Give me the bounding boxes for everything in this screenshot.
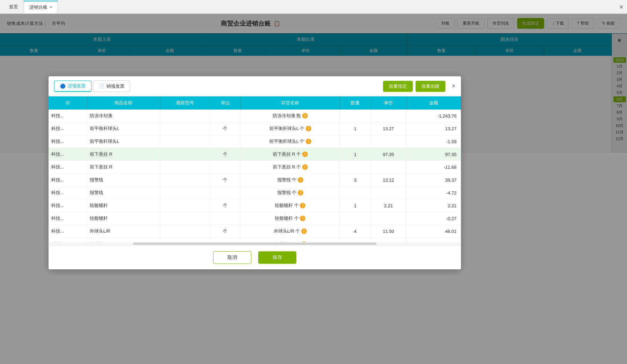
table-cell: 39.37 (406, 174, 461, 187)
table-row: 科技...防冻冷却液防冻冷却液 瓶 !-1,243.76 (49, 110, 461, 122)
table-cell: 报警线 (87, 187, 160, 199)
table-cell: 前下悬挂 R (87, 161, 160, 174)
table-cell: 防冻冷却液 瓶 ! (241, 110, 340, 122)
tab-active-label: 进销台账 (29, 4, 47, 10)
table-row: 科技...轮毂螺杆轮毂螺杆 个 !-0.27 (49, 212, 461, 225)
table-cell (210, 161, 241, 174)
window-close-icon[interactable]: ✕ (619, 3, 624, 10)
dialog-table-header-row: 你 商品名称 规格型号 单位 存货名称 数量 单价 金额 (49, 96, 461, 110)
table-cell: 个 (210, 174, 241, 187)
table-cell (371, 135, 406, 148)
table-cell (371, 161, 406, 174)
col-header-qty: 数量 (340, 96, 371, 110)
col-header-vendor: 你 (49, 96, 87, 110)
warning-icon: ! (301, 228, 307, 234)
table-cell (210, 110, 241, 122)
table-cell (210, 135, 241, 148)
tab-bar: 首页 进销台账 × ✕ (0, 0, 627, 14)
table-cell: 科技... (49, 110, 87, 122)
table-row: 科技...轮毂螺杆个轮毂螺杆 个 !12.212.21 (49, 199, 461, 212)
dialog-close-icon[interactable]: × (452, 83, 455, 90)
incoming-icon: 🔵 (60, 84, 66, 89)
table-cell (160, 225, 210, 238)
dialog-table-container[interactable]: 你 商品名称 规格型号 单位 存货名称 数量 单价 金额 科技...防冻冷却液防… (49, 96, 461, 245)
table-cell: 科技... (49, 122, 87, 135)
table-cell: 个 (210, 199, 241, 212)
table-cell: 13.27 (371, 122, 406, 135)
table-cell (160, 161, 210, 174)
table-cell: 轮毂螺杆 (87, 199, 160, 212)
table-cell: 个 (210, 122, 241, 135)
table-cell: 轮毂螺杆 个 ! (241, 199, 340, 212)
table-row: 科技...报警线报警线 个 !-4.72 (49, 187, 461, 199)
table-cell: 轮毂螺杆 个 ! (241, 212, 340, 225)
dialog-table-body: 科技...防冻冷却液防冻冷却液 瓶 !-1,243.76科技...前平衡杆球头L… (49, 110, 461, 245)
table-row: 科技...前下悬挂 R个前下悬挂 R 个 !197.3597.35 (49, 148, 461, 161)
warning-icon: ! (298, 190, 303, 196)
main-area: 销售成本计算方法： 月平均 商贸企业进销台账 📋 对账 重新开账 存货别名 生成… (0, 14, 627, 364)
dialog-tabs: 🔵 进项发票 📄 销项发票 (54, 80, 130, 92)
table-cell: 前平衡杆球头L 个 ! (241, 135, 340, 148)
table-cell: 外球头L/R (87, 225, 160, 238)
table-cell (160, 187, 210, 199)
col-header-amount: 金额 (406, 96, 461, 110)
table-cell: 科技... (49, 161, 87, 174)
table-cell: 11.50 (371, 225, 406, 238)
table-cell: 前平衡杆球头L (87, 122, 160, 135)
table-row: 科技...前下悬挂 R前下悬挂 R 个 !-11.68 (49, 161, 461, 174)
table-cell: 前下悬挂 R 个 ! (241, 161, 340, 174)
table-cell: -0.27 (406, 212, 461, 225)
batch-assign-button[interactable]: 批量指定 (383, 81, 413, 92)
table-cell: 科技... (49, 212, 87, 225)
tab-active[interactable]: 进销台账 × (24, 1, 58, 13)
table-cell: 科技... (49, 148, 87, 161)
dialog-header-actions: 批量指定 批量创建 × (383, 81, 455, 92)
table-cell (340, 187, 371, 199)
table-cell: 报警线 个 ! (241, 174, 340, 187)
tab-close-icon[interactable]: × (50, 5, 52, 10)
warning-icon: ! (302, 164, 308, 170)
table-cell: -1.59 (406, 135, 461, 148)
cancel-button[interactable]: 取消 (213, 251, 251, 264)
table-row: 科技...外球头L/R个外球头L/R 个 !411.5046.01 (49, 225, 461, 238)
table-cell (371, 110, 406, 122)
warning-icon: ! (306, 139, 311, 144)
table-cell: 前下悬挂 R (87, 148, 160, 161)
table-cell: -11.68 (406, 161, 461, 174)
table-cell: 2.21 (371, 199, 406, 212)
dialog-footer: 取消 保存 (49, 245, 461, 269)
save-button[interactable]: 保存 (258, 251, 296, 264)
table-cell: 前平衡杆球头L (87, 135, 160, 148)
dialog-table-head: 你 商品名称 规格型号 单位 存货名称 数量 单价 金额 (49, 96, 461, 110)
table-cell: 13.27 (406, 122, 461, 135)
outgoing-icon: 📄 (99, 84, 104, 89)
table-cell (160, 174, 210, 187)
table-cell: 1 (340, 199, 371, 212)
batch-create-button[interactable]: 批量创建 (416, 81, 445, 92)
table-cell (340, 161, 371, 174)
table-cell (160, 110, 210, 122)
table-cell: 1 (340, 122, 371, 135)
warning-icon: ! (302, 151, 308, 157)
tab-home[interactable]: 首页 (3, 1, 24, 13)
table-cell: 报警线 个 ! (241, 187, 340, 199)
table-cell (340, 110, 371, 122)
table-cell: 前下悬挂 R 个 ! (241, 148, 340, 161)
table-cell (210, 212, 241, 225)
col-header-product-name: 商品名称 (87, 96, 160, 110)
table-cell: 科技... (49, 174, 87, 187)
tab-outgoing-invoice[interactable]: 📄 销项发票 (93, 80, 130, 92)
warning-icon: ! (298, 177, 303, 183)
tab-incoming-invoice[interactable]: 🔵 进项发票 (54, 80, 92, 92)
col-header-inventory: 存货名称 (241, 96, 340, 110)
col-header-spec: 规格型号 (160, 96, 210, 110)
dialog: 🔵 进项发票 📄 销项发票 批量指定 批量创建 × 你 商 (49, 76, 461, 269)
dialog-header: 🔵 进项发票 📄 销项发票 批量指定 批量创建 × (49, 76, 461, 96)
table-cell: 46.01 (406, 225, 461, 238)
table-cell: 科技... (49, 199, 87, 212)
horizontal-scrollbar[interactable] (133, 243, 376, 245)
table-cell: 科技... (49, 135, 87, 148)
col-header-unit: 单位 (210, 96, 241, 110)
table-cell: 个 (210, 148, 241, 161)
table-cell (160, 212, 210, 225)
